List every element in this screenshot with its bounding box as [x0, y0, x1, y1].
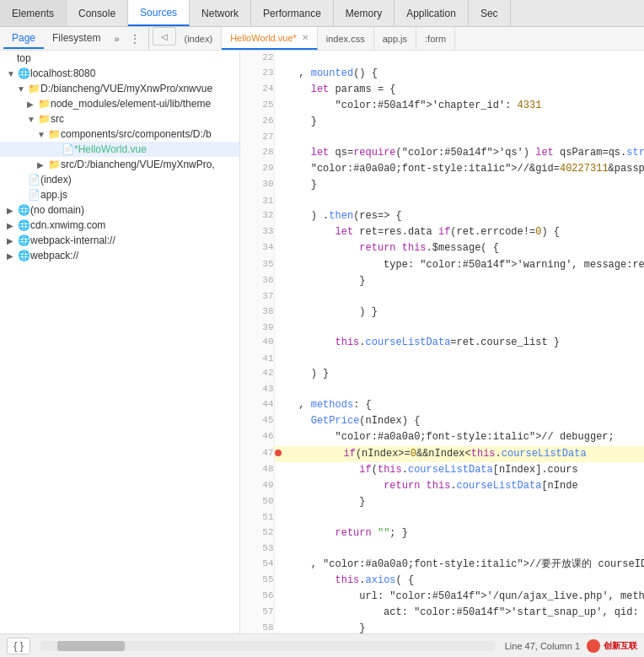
tab-sec[interactable]: Sec: [469, 0, 511, 26]
line-content[interactable]: ) }: [274, 366, 644, 382]
line-content[interactable]: }: [274, 273, 644, 289]
close-icon[interactable]: ✕: [302, 33, 309, 42]
line-number: 44: [240, 397, 274, 413]
more-button[interactable]: »: [109, 30, 124, 47]
arrow-icon: ▶: [7, 236, 17, 245]
tab-page[interactable]: Page: [3, 29, 44, 49]
line-content[interactable]: , "color:#a0a0a0;font-style:italic">//要开…: [274, 557, 644, 573]
tab-network[interactable]: Network: [190, 0, 251, 26]
folder-icon: 📁: [37, 98, 51, 110]
tree-item-srcdir[interactable]: ▶ 📁 src/D:/biancheng/VUE/myXnwPro,: [0, 157, 239, 172]
code-line: 49 return this.courseListData[nInde: [240, 478, 644, 494]
code-line: 45 GetPrice(nIndex) {: [240, 413, 644, 429]
line-content[interactable]: , mounted() {: [274, 66, 644, 82]
tree-item-cdn[interactable]: ▶ 🌐 cdn.xnwimg.com: [0, 218, 239, 233]
line-content[interactable]: }: [274, 114, 644, 130]
line-number: 49: [240, 478, 274, 494]
code-line: 26 }: [240, 114, 644, 130]
line-number: 24: [240, 82, 274, 98]
tree-item-index[interactable]: 📄 (index): [0, 172, 239, 187]
line-content[interactable]: type: "color:#50a14f">'warning', message…: [274, 257, 644, 273]
line-content[interactable]: this.courseListData=ret.course_list }: [274, 335, 644, 351]
tree-item-components[interactable]: ▼ 📁 components/src/components/D:/b: [0, 127, 239, 142]
line-content[interactable]: "color:#a0a0a0;font-style:italic">//&gid…: [274, 161, 644, 177]
line-content[interactable]: "color:#a0a0a0;font-style:italic">// deb…: [274, 429, 644, 445]
kebab-menu-button[interactable]: ⋮: [125, 30, 145, 48]
status-bar: { } Line 47, Column 1 创新互联: [0, 633, 644, 657]
line-content[interactable]: [274, 320, 644, 336]
line-content[interactable]: [274, 510, 644, 525]
line-content[interactable]: if(nIndex>=0&&nIndex<this.courseListData: [274, 446, 644, 462]
horizontal-scrollbar[interactable]: [40, 641, 495, 651]
line-number: 48: [240, 462, 274, 478]
domain-icon: 🌐: [17, 67, 30, 79]
line-number: 43: [240, 382, 274, 397]
tab-console[interactable]: Console: [67, 0, 128, 26]
line-number: 42: [240, 366, 274, 382]
line-content[interactable]: [274, 289, 644, 304]
line-content[interactable]: this.axios( {: [274, 573, 644, 589]
line-content[interactable]: let ret=res.data if(ret.errcode!=0) {: [274, 224, 644, 240]
tree-item-biancheng[interactable]: ▼ 📁 D:/biancheng/VUE/myXnwPro/xnwvue: [0, 81, 239, 96]
line-content[interactable]: }: [274, 621, 644, 633]
line-content[interactable]: [274, 382, 644, 397]
line-content[interactable]: ) .then(res=> {: [274, 208, 644, 224]
tree-item-webpack[interactable]: ▶ 🌐 webpack://: [0, 248, 239, 263]
line-content[interactable]: "color:#50a14f">'chapter_id': 4331: [274, 98, 644, 114]
tab-sources[interactable]: Sources: [128, 0, 190, 26]
code-table: 2223 , mounted() {24 let params = {25 "c…: [240, 51, 644, 633]
code-line: 51: [240, 510, 644, 525]
line-content[interactable]: GetPrice(nIndex) {: [274, 413, 644, 429]
line-content[interactable]: [274, 541, 644, 557]
file-tab-appjs[interactable]: app.js: [374, 27, 416, 50]
file-tab-form[interactable]: :form: [416, 27, 455, 50]
line-content[interactable]: url: "color:#50a14f">'/qun/ajax_live.php…: [274, 589, 644, 605]
file-tab-helloworld[interactable]: HelloWorld.vue* ✕: [222, 27, 318, 50]
line-content[interactable]: }: [274, 494, 644, 510]
tab-application[interactable]: Application: [394, 0, 469, 26]
breakpoint-icon: [275, 450, 282, 456]
line-content[interactable]: if(this.courseListData[nIndex].cours: [274, 462, 644, 478]
code-editor[interactable]: 2223 , mounted() {24 let params = {25 "c…: [240, 51, 644, 633]
line-content[interactable]: }: [274, 177, 644, 193]
tree-item-appjs[interactable]: 📄 app.js: [0, 187, 239, 202]
line-content[interactable]: return ""; }: [274, 525, 644, 541]
scrollbar-thumb[interactable]: [57, 641, 125, 651]
line-content[interactable]: let qs=require("color:#50a14f">'qs') let…: [274, 145, 644, 161]
line-content[interactable]: return this.$message( {: [274, 240, 644, 256]
line-number: 26: [240, 114, 274, 130]
tree-item-nodomain[interactable]: ▶ 🌐 (no domain): [0, 202, 239, 218]
tree-item-top[interactable]: top: [0, 51, 239, 66]
cursor-position: Line 47, Column 1: [505, 641, 580, 651]
tab-filesystem[interactable]: Filesystem: [44, 29, 109, 49]
code-line: 32 ) .then(res=> {: [240, 208, 644, 224]
folder-icon: 📁: [27, 83, 40, 94]
tree-item-helloworld-vue[interactable]: 📄 *HelloWorld.vue: [0, 142, 239, 157]
tab-elements[interactable]: Elements: [0, 0, 67, 26]
file-tab-indexcss[interactable]: index.css: [318, 27, 374, 50]
code-line: 57 act: "color:#50a14f">'start_snap_up',…: [240, 605, 644, 621]
format-button[interactable]: { }: [7, 638, 30, 654]
line-content[interactable]: [274, 194, 644, 209]
line-content[interactable]: act: "color:#50a14f">'start_snap_up', qi…: [274, 605, 644, 621]
line-content[interactable]: return this.courseListData[nInde: [274, 478, 644, 494]
arrow-icon: ▼: [17, 84, 27, 94]
code-line: 40 this.courseListData=ret.course_list }: [240, 335, 644, 351]
line-content[interactable]: let params = {: [274, 82, 644, 98]
line-content[interactable]: [274, 130, 644, 145]
file-tab-index[interactable]: (index): [176, 27, 223, 50]
line-content[interactable]: [274, 352, 644, 367]
line-content[interactable]: [274, 51, 644, 66]
tree-item-webpack-internal[interactable]: ▶ 🌐 webpack-internal://: [0, 233, 239, 248]
code-line: 35 type: "color:#50a14f">'warning', mess…: [240, 257, 644, 273]
vue-file-icon: 📄: [61, 143, 74, 155]
tab-performance[interactable]: Performance: [251, 0, 334, 26]
tab-memory[interactable]: Memory: [334, 0, 394, 26]
tree-item-localhost[interactable]: ▼ 🌐 localhost:8080: [0, 66, 239, 81]
navigate-back-icon[interactable]: ◁: [153, 27, 176, 46]
tree-item-nodemodules[interactable]: ▶ 📁 node_modules/element-ui/lib/theme: [0, 96, 239, 111]
tree-item-src[interactable]: ▼ 📁 src: [0, 111, 239, 127]
line-content[interactable]: ) }: [274, 304, 644, 320]
code-line: 28 let qs=require("color:#50a14f">'qs') …: [240, 145, 644, 161]
line-content[interactable]: , methods: {: [274, 397, 644, 413]
